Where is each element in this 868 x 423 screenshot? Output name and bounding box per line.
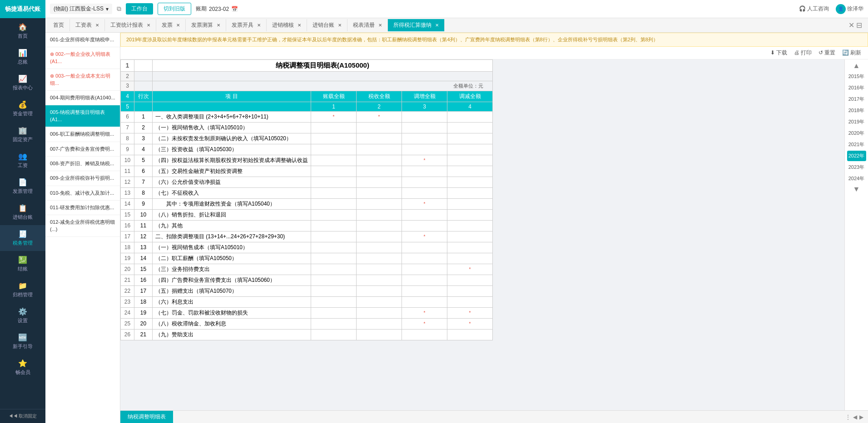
year-2019[interactable]: 2019年 (847, 117, 866, 127)
assets-icon: 🏢 (18, 126, 27, 135)
left-item-008[interactable]: 008-资产折旧、摊销及纳税... (45, 157, 120, 171)
print-button[interactable]: 🖨 打印 (794, 49, 812, 57)
table-area: 1 纳税调整项目明细表(A105000) 2 3 (120, 59, 868, 411)
left-item-012[interactable]: 012-减免企业所得税优惠明细(...) (45, 215, 120, 237)
sidebar-item-closing[interactable]: 💹 结账 (0, 251, 45, 277)
tab-payroll[interactable]: 工资表✕ (70, 19, 105, 31)
sidebar-item-funds[interactable]: 💰 资金管理 (0, 96, 45, 122)
switch-button[interactable]: 切到旧版 (158, 3, 191, 15)
tab-purchase-check[interactable]: 进销稽核✕ (267, 19, 307, 31)
sidebar-item-settings[interactable]: ⚙️ 设置 (0, 303, 45, 329)
table-row: 25 20 （八）税收滞纳金、加收利息 * * (121, 318, 493, 329)
table-row: 21 16 （四）广告费和业务宣传费支出（填写A105060） (121, 275, 493, 285)
tab-close-income-tax[interactable]: ✕ (435, 23, 439, 28)
tab-close-payroll-report[interactable]: ✕ (147, 23, 150, 28)
scroll-right-icon[interactable]: ▶ (859, 414, 863, 420)
avatar-icon: 👤 (836, 4, 846, 14)
unit-text: 全额单位：元 (153, 81, 493, 91)
scroll-left-icon[interactable]: ◀ (853, 414, 857, 420)
table-unit-row: 3 全额单位：元 (121, 81, 493, 91)
year-2024[interactable]: 2024年 (847, 173, 866, 184)
invoice-icon: 📄 (18, 178, 27, 187)
left-item-006[interactable]: 006-职工薪酬纳税调整明细... (45, 127, 120, 142)
year-2018[interactable]: 2018年 (847, 105, 866, 116)
calendar-icon[interactable]: 📅 (231, 6, 238, 12)
col-header-item: 项 目 (153, 91, 311, 102)
workspace-button[interactable]: 工作台 (126, 3, 153, 15)
year-2015[interactable]: 2015年 (847, 71, 866, 82)
year-panel: ▲ 2015年 2016年 2017年 2018年 2019年 2020年 20… (844, 59, 868, 411)
reset-button[interactable]: ↺ 重置 (818, 49, 835, 57)
year-2022[interactable]: 2022年 (847, 151, 866, 161)
left-item-011[interactable]: 011-研发费用加计扣除优惠... (45, 201, 120, 215)
year-2017[interactable]: 2017年 (847, 94, 866, 104)
sidebar-item-payroll[interactable]: 👥 工资 (0, 148, 45, 173)
tab-close-tax-list[interactable]: ✕ (378, 23, 382, 28)
sidebar-item-purchase-sales[interactable]: 📋 进销台账 (0, 199, 45, 225)
year-2016[interactable]: 2016年 (847, 83, 866, 93)
notice-bar: 2019年度涉及取以前年度继续数据的申报表单元格需要手工维护正确，才能保证本年及… (120, 33, 868, 47)
tab-income-tax[interactable]: 所得税汇算缴纳✕ (388, 19, 445, 31)
table-row: 24 19 （七）罚金、罚款和被没收财物的损失 * * (121, 307, 493, 318)
tax-icon: 🧾 (18, 230, 27, 238)
company-selector[interactable]: (物副) 江西股金-LSS ▾ (50, 4, 112, 14)
sidebar-item-ledger[interactable]: 📊 总账 (0, 44, 45, 70)
sidebar-item-assets[interactable]: 🏢 固定资产 (0, 122, 45, 148)
left-item-010[interactable]: 010-免税、减计收入及加计... (45, 186, 120, 201)
sidebar-item-member[interactable]: ⭐ 畅会员 (0, 354, 45, 380)
header-rownum: 4 (121, 91, 134, 102)
sidebar-item-home[interactable]: 🏠 首页 (0, 18, 45, 44)
year-nav-down[interactable]: ▼ (852, 184, 861, 194)
tab-close-payroll[interactable]: ✕ (95, 23, 99, 28)
bottom-tab-label[interactable]: 纳税调整明细表 (120, 411, 173, 423)
pin-button[interactable]: ◀◀ 取消固定 (0, 409, 45, 423)
tab-close-invoice-calc[interactable]: ✕ (217, 23, 220, 28)
copy-icon[interactable]: ⧉ (117, 5, 121, 13)
tab-close-purchase-check[interactable]: ✕ (298, 23, 301, 28)
guide-icon: 🆕 (18, 333, 27, 342)
tab-invoice-calc[interactable]: 发票测算✕ (186, 19, 226, 31)
year-nav-up[interactable]: ▲ (852, 61, 861, 71)
home-icon: 🏠 (18, 23, 27, 31)
tab-purchase-ledger[interactable]: 进销台账✕ (307, 19, 347, 31)
table-row: 12 7 （六）公允价值变动净损益 (121, 177, 493, 187)
sidebar-item-guide[interactable]: 🆕 新手引导 (0, 329, 45, 354)
year-2020[interactable]: 2020年 (847, 128, 866, 138)
refresh-button[interactable]: 🔄 刷新 (842, 49, 861, 57)
year-2023[interactable]: 2023年 (847, 162, 866, 172)
table-scroll[interactable]: 1 纳税调整项目明细表(A105000) 2 3 (120, 59, 844, 411)
sidebar-item-reports[interactable]: 📈 报表中心 (0, 70, 45, 96)
tab-tax-list[interactable]: 税表清册✕ (347, 19, 388, 31)
tab-payroll-report[interactable]: 工资统计报表✕ (105, 19, 156, 31)
table-row: 9 4 （三）投资收益（填写A105030） (121, 144, 493, 155)
left-item-005[interactable]: 005-纳税调整项目明细表(A1... (45, 105, 120, 127)
left-item-007[interactable]: 007-广告费和业务宣传费明... (45, 142, 120, 157)
download-button[interactable]: ⬇ 下载 (770, 49, 787, 57)
close-all-tabs[interactable]: ✕ ⊟ (845, 21, 866, 30)
table-header-row: 4 行次 项 目 账载全额 税收全额 调增全额 调减全额 (121, 91, 493, 102)
user-avatar[interactable]: 👤 徐泽华 (836, 4, 863, 14)
left-item-003[interactable]: ⊗ 003-一般企业成本支出明细... (45, 69, 120, 91)
sidebar-item-tax[interactable]: 🧾 税务管理 (0, 225, 45, 251)
ledger-icon: 📊 (18, 49, 27, 57)
tab-close-purchase-ledger[interactable]: ✕ (338, 23, 342, 28)
tab-home[interactable]: 首页 (48, 19, 70, 31)
tab-close-invoice-issue[interactable]: ✕ (257, 23, 261, 28)
tab-invoice-issue[interactable]: 发票开具✕ (226, 19, 267, 31)
refresh-icon: 🔄 (842, 49, 849, 56)
year-2021[interactable]: 2021年 (847, 139, 866, 150)
table-subheader-row: 5 1 2 3 4 (121, 102, 493, 111)
left-item-009[interactable]: 009-企业所得税弥补亏损明... (45, 171, 120, 186)
left-item-001[interactable]: 001-企业所得税年度纳税申... (45, 33, 120, 47)
left-item-004[interactable]: 004-期间费用明细表(A1040... (45, 91, 120, 105)
left-item-002[interactable]: ⊗ 002-一般企业收入明细表(A1... (45, 47, 120, 69)
company-dropdown-icon[interactable]: ▾ (106, 6, 109, 12)
tab-invoice[interactable]: 发票✕ (156, 19, 186, 31)
sidebar-item-invoice[interactable]: 📄 发票管理 (0, 173, 45, 199)
tab-close-invoice[interactable]: ✕ (176, 23, 180, 28)
sidebar-item-archive[interactable]: 📁 归档管理 (0, 277, 45, 303)
company-name: (物副) 江西股金-LSS (54, 5, 104, 13)
table-row: 17 12 二、扣除类调整项目 (13+14+...24+26+27+28+29… (121, 231, 493, 242)
subheader-c1: 1 (311, 102, 357, 111)
consultant-button[interactable]: 🎧 人工咨询 (799, 5, 829, 13)
